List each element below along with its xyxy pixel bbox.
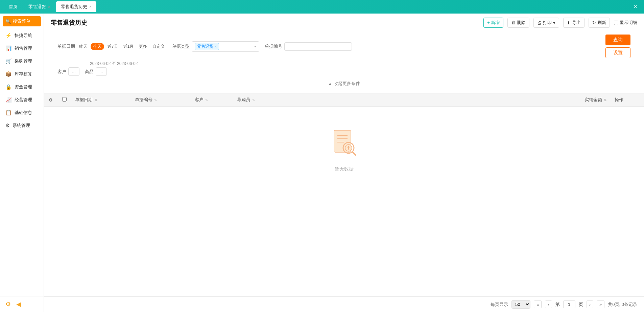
filter-row-2: 客户 ... 商品 ... xyxy=(57,67,630,76)
empty-text: 暂无数据 xyxy=(335,166,354,172)
filter-area: 单据日期 昨天 今天 近7天 近1月 更多 自定义 单据类型 xyxy=(51,31,637,93)
show-detail-toggle[interactable]: 显示明细 xyxy=(614,20,637,26)
th-number[interactable]: 单据编号 ⇅ xyxy=(131,93,191,107)
add-button[interactable]: + 新增 xyxy=(483,18,503,28)
customer-filter-group: 客户 ... xyxy=(57,67,79,76)
purchase-icon: 🛒 xyxy=(5,58,12,64)
sidebar: 🔍 搜索菜单 ⚡ 快捷导航 📊 销售管理 🛒 采购管理 📦 库存核算 🔒 资金管… xyxy=(0,14,44,312)
table-header: ⚙ 单据日期 ⇅ 单据编号 ⇅ 客户 xyxy=(44,93,644,107)
export-icon: ⬆ xyxy=(567,20,571,25)
bill-number-input[interactable] xyxy=(284,42,352,51)
date-shortcuts: 昨天 今天 近7天 近1月 更多 自定义 xyxy=(77,43,167,50)
date-today-btn[interactable]: 今天 xyxy=(91,43,104,50)
th-customer[interactable]: 客户 ⇅ xyxy=(191,93,233,107)
sidebar-item-base-info[interactable]: 📋 基础信息 xyxy=(0,106,44,119)
close-retail-return-tab[interactable]: × xyxy=(48,5,50,9)
date-custom-btn[interactable]: 自定义 xyxy=(150,43,167,50)
th-guide[interactable]: 导购员 ⇅ xyxy=(233,93,284,107)
inventory-icon: 📦 xyxy=(5,71,12,77)
per-page-label: 每页显示 xyxy=(491,302,508,308)
date-yesterday-btn[interactable]: 昨天 xyxy=(77,43,89,50)
data-table: ⚙ 单据日期 ⇅ 单据编号 ⇅ 客户 xyxy=(44,93,644,107)
amount-sort-icon: ⇅ xyxy=(604,98,606,102)
show-detail-checkbox[interactable] xyxy=(614,21,618,25)
bill-type-tag-close[interactable]: × xyxy=(215,45,217,48)
print-arrow-icon: ▾ xyxy=(553,20,555,25)
sidebar-item-purchase[interactable]: 🛒 采购管理 xyxy=(0,55,44,68)
sidebar-item-inventory[interactable]: 📦 库存核算 xyxy=(0,68,44,81)
sidebar-item-quick-nav[interactable]: ⚡ 快捷导航 xyxy=(0,29,44,42)
th-spacer xyxy=(284,93,551,107)
collapse-filter-btn[interactable]: ▲ 收起更多条件 xyxy=(328,79,360,88)
page-header: 零售退货历史 + 新增 🗑 删除 🖨 打印 ▾ ⬆ 导出 ↻ xyxy=(44,14,644,93)
empty-state: 暂无数据 xyxy=(44,107,644,193)
system-icon: ⚙ xyxy=(5,122,10,129)
window-close-button[interactable]: × xyxy=(631,3,640,10)
th-amount[interactable]: 实销金额 ⇅ xyxy=(551,93,611,107)
bill-type-filter-group: 单据类型 零售退货 × ▾ xyxy=(172,41,259,52)
operations-icon: 📈 xyxy=(5,97,12,103)
date-filter-group: 单据日期 昨天 今天 近7天 近1月 更多 自定义 xyxy=(57,43,167,50)
collapse-row: ▲ 收起更多条件 xyxy=(57,79,630,88)
next-page-btn[interactable]: › xyxy=(587,300,593,308)
guide-sort-icon: ⇅ xyxy=(252,98,255,102)
page-di-label: 第 xyxy=(555,302,560,308)
total-label: 共0页, 0条记录 xyxy=(608,302,637,308)
search-menu-button[interactable]: 🔍 搜索菜单 xyxy=(3,16,41,26)
bill-type-arrow-icon: ▾ xyxy=(254,44,256,49)
print-button[interactable]: 🖨 打印 ▾ xyxy=(533,18,559,28)
customer-select-btn[interactable]: ... xyxy=(68,67,79,76)
base-info-icon: 📋 xyxy=(5,110,12,116)
search-icon: 🔍 xyxy=(5,19,11,24)
collapse-sidebar-icon[interactable]: ◀ xyxy=(16,300,21,308)
date-1month-btn[interactable]: 近1月 xyxy=(121,43,136,50)
page-number-input[interactable] xyxy=(563,300,575,308)
pagination-bar: 每页显示 50 20 100 « ‹ 第 页 › » 共0页, 0条记录 xyxy=(44,296,644,312)
finance-icon: 🔒 xyxy=(5,84,12,90)
filter-row-1: 单据日期 昨天 今天 近7天 近1月 更多 自定义 单据类型 xyxy=(57,35,630,58)
sidebar-item-system[interactable]: ⚙ 系统管理 xyxy=(0,119,44,132)
goods-select-btn[interactable]: ... xyxy=(96,67,107,76)
page-unit-label: 页 xyxy=(579,302,583,308)
first-page-btn[interactable]: « xyxy=(534,300,542,308)
bill-number-filter-group: 单据编号 xyxy=(265,42,352,51)
th-checkbox[interactable] xyxy=(57,93,71,107)
delete-button[interactable]: 🗑 删除 xyxy=(507,18,529,28)
export-button[interactable]: ⬆ 导出 xyxy=(563,18,585,28)
query-setting-group: 查询 设置 xyxy=(605,35,630,58)
sidebar-item-sales[interactable]: 📊 销售管理 xyxy=(0,42,44,55)
toolbar: + 新增 🗑 删除 🖨 打印 ▾ ⬆ 导出 ↻ 刷新 xyxy=(483,18,637,28)
page-title: 零售退货历史 xyxy=(51,19,87,27)
print-icon: 🖨 xyxy=(537,20,542,25)
svg-line-6 xyxy=(352,152,356,155)
customer-sort-icon: ⇅ xyxy=(205,98,208,102)
setting-button[interactable]: 设置 xyxy=(605,47,630,58)
date-7days-btn[interactable]: 近7天 xyxy=(105,43,120,50)
tab-retail-return[interactable]: 零售退货 × xyxy=(24,1,55,12)
query-button[interactable]: 查询 xyxy=(605,35,630,45)
settings-bottom-icon[interactable]: ⚙ xyxy=(5,300,11,308)
tab-retail-return-history[interactable]: 零售退货历史 × xyxy=(56,1,96,12)
th-action: 操作 xyxy=(611,93,644,107)
number-sort-icon: ⇅ xyxy=(154,98,157,102)
per-page-select[interactable]: 50 20 100 xyxy=(511,300,530,309)
date-sort-icon: ⇅ xyxy=(95,98,97,102)
th-settings[interactable]: ⚙ xyxy=(44,93,57,107)
sidebar-item-finance[interactable]: 🔒 资金管理 xyxy=(0,81,44,93)
select-all-checkbox[interactable] xyxy=(62,97,67,102)
last-page-btn[interactable]: » xyxy=(597,300,604,308)
page-title-row: 零售退货历史 + 新增 🗑 删除 🖨 打印 ▾ ⬆ 导出 ↻ xyxy=(51,18,637,28)
refresh-icon: ↻ xyxy=(592,20,596,25)
date-more-btn[interactable]: 更多 xyxy=(137,43,149,50)
sidebar-item-operations[interactable]: 📈 经营管理 xyxy=(0,93,44,106)
tab-home[interactable]: 首页 xyxy=(4,1,22,12)
bill-type-tag: 零售退货 × xyxy=(195,43,219,50)
th-date[interactable]: 单据日期 ⇅ xyxy=(71,93,131,107)
refresh-button[interactable]: ↻ 刷新 xyxy=(589,18,610,28)
main-layout: 🔍 搜索菜单 ⚡ 快捷导航 📊 销售管理 🛒 采购管理 📦 库存核算 🔒 资金管… xyxy=(0,14,644,312)
sidebar-bottom: ⚙ ◀ xyxy=(0,296,44,312)
bill-type-select[interactable]: 零售退货 × ▾ xyxy=(192,41,259,52)
content-area: 零售退货历史 + 新增 🗑 删除 🖨 打印 ▾ ⬆ 导出 ↻ xyxy=(44,14,644,312)
close-retail-return-history-tab[interactable]: × xyxy=(89,5,91,9)
prev-page-btn[interactable]: ‹ xyxy=(545,300,552,308)
